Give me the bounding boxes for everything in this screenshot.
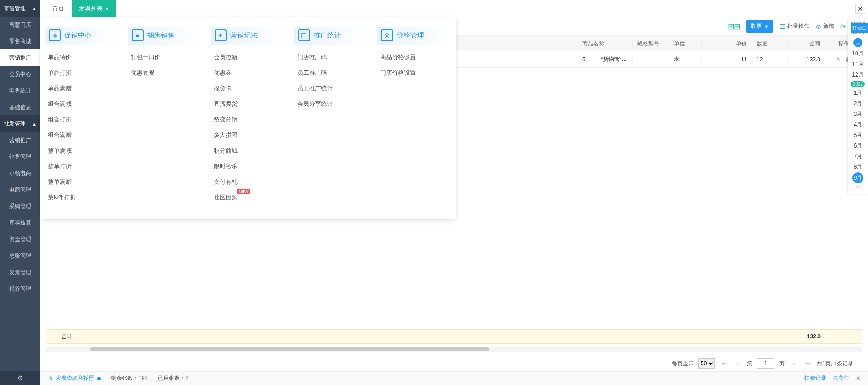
button-label: 新增	[823, 22, 834, 30]
timeline-month[interactable]: 4月	[854, 120, 862, 130]
tab-invoice-list[interactable]: 发票列表 ×	[72, 0, 116, 17]
mega-link[interactable]: 裂变分销	[211, 112, 285, 127]
th-spec[interactable]: 规格型号	[633, 40, 669, 48]
sidebar-item-fund[interactable]: 资金管理	[0, 231, 40, 248]
th-unit[interactable]: 单位	[669, 40, 702, 48]
sidebar-item-invoice[interactable]: 发票管理	[0, 264, 40, 280]
tab-label: 发票列表	[79, 5, 103, 13]
th-price[interactable]: 单价	[702, 40, 752, 48]
deduct-record-link[interactable]: 扣费记录	[804, 374, 826, 382]
mega-col-play: ✦营销玩法 会员拉新 优惠券 提货卡 直播卖货 裂变分销 多人拼团 积分商城 限…	[206, 27, 289, 205]
qr-icon[interactable]: ⊞⊞	[728, 22, 740, 32]
mega-link[interactable]: 积分商城	[211, 143, 285, 159]
sidebar-item-smartstore[interactable]: 智慧门店	[0, 16, 40, 33]
mega-link[interactable]: 提货卡	[211, 81, 285, 96]
timeline-month[interactable]: 1月	[854, 88, 862, 99]
th-amount[interactable]: 金额	[789, 40, 825, 48]
timeline-month[interactable]: 6月	[854, 141, 862, 151]
close-icon[interactable]: ✕	[856, 375, 861, 382]
mega-link[interactable]: 直播卖货	[211, 96, 285, 112]
edit-icon[interactable]: ✎	[836, 56, 841, 63]
mega-link[interactable]: 会员拉新	[211, 50, 285, 65]
sidebar-item-retailstats[interactable]: 零售统计	[0, 82, 40, 99]
recharge-link[interactable]: 去充值	[833, 374, 849, 382]
mega-link[interactable]: 单品打折	[45, 65, 119, 81]
mega-link[interactable]: 员工推广码	[294, 65, 368, 81]
sidebar-item-marketing[interactable]: 营销推广	[0, 50, 40, 66]
sidebar-item-baseinfo[interactable]: 基础信息	[0, 99, 40, 116]
page-size-label: 每页显示	[672, 360, 694, 368]
mega-link[interactable]: 优惠券	[211, 65, 285, 81]
mega-link[interactable]: 单品特价	[45, 50, 119, 65]
page-input[interactable]	[757, 358, 774, 368]
chart-icon: ◫	[298, 29, 310, 41]
mega-link[interactable]: 组合满赠	[45, 127, 119, 143]
timeline-month[interactable]: 5月	[854, 130, 862, 141]
mega-link[interactable]: 支付有礼	[211, 174, 285, 190]
page-total: 共1页, 1条记录	[817, 360, 853, 368]
mega-link[interactable]: 多人拼团	[211, 127, 285, 143]
timeline-month[interactable]: 7月	[854, 151, 862, 162]
timeline-month[interactable]: 12月	[852, 70, 863, 80]
mega-link[interactable]: 门店价格设置	[377, 65, 451, 81]
mega-link[interactable]: 员工推广统计	[294, 81, 368, 96]
scroll-up-button[interactable]: ︽	[853, 38, 862, 47]
th-name[interactable]: 商品名称	[578, 40, 633, 48]
sidebar-settings[interactable]: ⚙	[0, 371, 40, 385]
sidebar-group-label: 零售管理	[4, 5, 26, 12]
sidebar-item-sales[interactable]: 销售管理	[0, 148, 40, 165]
invoice-date-tab[interactable]: 开票日	[851, 23, 868, 33]
horizontal-scrollbar[interactable]	[46, 346, 862, 352]
mega-link-community[interactable]: 社区团购NEW	[211, 190, 285, 205]
timeline-month[interactable]: 8月	[854, 162, 862, 172]
sidebar-group-retail[interactable]: 零售管理 ▲	[0, 0, 40, 16]
mega-link[interactable]: 打包一口价	[128, 50, 202, 65]
first-page-button[interactable]: ⇤	[719, 359, 729, 368]
close-icon[interactable]: ×	[105, 6, 108, 11]
sidebar-item-ledger[interactable]: 总账管理	[0, 248, 40, 264]
mega-link[interactable]: 限时秒杀	[211, 159, 285, 174]
close-all-tabs[interactable]: ✕	[855, 4, 865, 14]
th-qty[interactable]: 数量	[752, 40, 789, 48]
caret-up-icon: ▲	[32, 6, 37, 11]
scroll-down-button[interactable]: ︾	[855, 184, 861, 192]
sidebar-item-inventory[interactable]: 库存核算	[0, 214, 40, 231]
td-name: *货物*哈哈哈哈	[596, 55, 633, 63]
timeline-month[interactable]: 10月	[852, 49, 863, 59]
last-page-button[interactable]: ⇥	[803, 359, 812, 368]
mega-link[interactable]: 优惠套餐	[128, 65, 202, 81]
tab-home[interactable]: 首页	[45, 0, 72, 17]
mega-link[interactable]: 商品价格设置	[377, 50, 451, 65]
sidebar-item-member[interactable]: 会员中心	[0, 66, 40, 82]
sidebar-item-ecom[interactable]: 电商管理	[0, 182, 40, 198]
sidebar-item-w-marketing[interactable]: 营销推广	[0, 132, 40, 148]
mega-link[interactable]: 整单满赠	[45, 174, 119, 190]
mega-link[interactable]: 整单打折	[45, 159, 119, 174]
mega-link[interactable]: 门店推广码	[294, 50, 368, 65]
timeline-month[interactable]: 3月	[854, 109, 862, 120]
next-page-button[interactable]: ›	[789, 359, 798, 368]
sidebar-item-retailmall[interactable]: 零售商城	[0, 33, 40, 50]
prev-page-button[interactable]: ‹	[733, 359, 742, 368]
sidebar-item-tax[interactable]: 税务管理	[0, 280, 40, 297]
scrollbar-thumb[interactable]	[90, 347, 489, 351]
new-button[interactable]: ⊕新增	[816, 22, 834, 30]
page-size-select[interactable]: 50	[698, 358, 715, 368]
mega-link[interactable]: 整单满减	[45, 143, 119, 159]
plus-icon: ⊕	[816, 23, 821, 30]
sidebar-item-xc-ecom[interactable]: 小畅电商	[0, 165, 40, 182]
mega-link[interactable]: 组合打折	[45, 112, 119, 127]
mega-link[interactable]: 第N件打折	[45, 190, 119, 205]
mega-link[interactable]: 组合满减	[45, 96, 119, 112]
verify-link[interactable]: 🗎 发票查验及拍照	[48, 374, 101, 382]
mega-link[interactable]: 会员分享统计	[294, 96, 368, 112]
timeline-month[interactable]: 11月	[852, 59, 863, 70]
batch-button[interactable]: ☰批量操作	[780, 22, 809, 30]
mega-link[interactable]: 单品满赠	[45, 81, 119, 96]
sidebar-group-wholesale[interactable]: 批发管理 ▲	[0, 116, 40, 132]
get-invoice-button[interactable]: 取票 ▼	[746, 20, 773, 33]
timeline-month[interactable]: 2月	[854, 99, 862, 109]
sidebar-item-purchase[interactable]: 采购管理	[0, 198, 40, 214]
page-suffix: 页	[779, 360, 785, 368]
timeline-month-active[interactable]: 9月	[852, 172, 863, 183]
